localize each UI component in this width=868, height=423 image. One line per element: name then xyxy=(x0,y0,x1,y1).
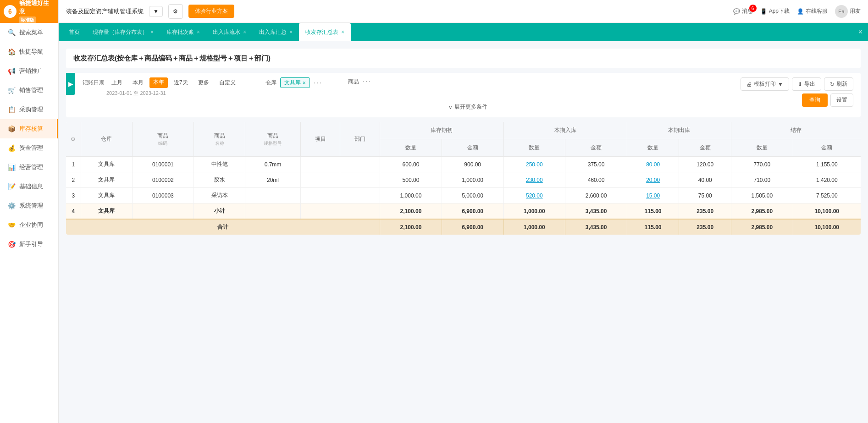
row-no: 1 xyxy=(66,157,81,172)
sidebar-item-operation[interactable]: 📊 经营管理 xyxy=(0,158,58,177)
tab-summary-close[interactable]: × xyxy=(289,29,293,35)
col-in-qty-header: 数量 xyxy=(503,139,565,157)
col-bal-amt-header: 金额 xyxy=(793,139,861,157)
row-out-qty[interactable]: 80.00 xyxy=(627,157,679,172)
settings-button[interactable]: 设置 xyxy=(830,93,853,107)
col-open-qty-header: 数量 xyxy=(380,139,442,157)
sidebar-item-base-info[interactable]: 📝 基础信息 xyxy=(0,177,58,196)
sidebar-item-finance[interactable]: 💰 资金管理 xyxy=(0,138,58,158)
row-in-qty[interactable]: 520.00 xyxy=(503,188,565,203)
col-opening-header: 库存期初 xyxy=(380,122,503,139)
sidebar-item-purchase[interactable]: 📋 采购管理 xyxy=(0,100,58,119)
row-bal-qty: 770.00 xyxy=(731,157,793,172)
tab-summary[interactable]: 出入库汇总 × xyxy=(253,23,299,41)
topbar-settings-button[interactable]: ⚙ xyxy=(168,4,183,19)
col-out-amt-header: 金额 xyxy=(679,139,731,157)
footer-open-amt: 6,900.00 xyxy=(442,219,503,235)
warehouse-tag[interactable]: 文具库 × xyxy=(280,77,310,88)
online-service-button[interactable]: 👤 在线客服 xyxy=(797,7,828,15)
table-row: 4文具库小计2,100.006,900.001,000.003,435.0011… xyxy=(66,203,861,220)
system-select[interactable]: ▼ xyxy=(149,6,163,17)
topbar: 装备及固定资产辅助管理系统 ▼ ⚙ 体验行业方案 💬 消息 6 📱 App下载 … xyxy=(59,0,868,23)
date-btn-more[interactable]: 更多 xyxy=(194,77,213,88)
sidebar-item-search[interactable]: 🔍 搜索菜单 xyxy=(0,23,58,42)
date-btn-last-month[interactable]: 上月 xyxy=(107,77,127,88)
logo-title: 畅捷通好生意 xyxy=(19,0,55,16)
date-btn-7days[interactable]: 近7天 xyxy=(170,77,192,88)
row-in-qty[interactable]: 230.00 xyxy=(503,172,565,188)
query-button[interactable]: 查询 xyxy=(802,93,828,107)
date-btn-this-year[interactable]: 本年 xyxy=(149,77,168,88)
tab-stock-dist[interactable]: 现存量（库存分布表） × xyxy=(86,23,160,41)
row-name: 采访本 xyxy=(194,188,245,203)
tab-batch-close[interactable]: × xyxy=(197,29,200,35)
row-warehouse: 文具库 xyxy=(81,157,132,172)
tab-stock-dist-close[interactable]: × xyxy=(150,29,154,35)
tab-flow-close[interactable]: × xyxy=(243,29,246,35)
row-out-qty[interactable]: 20.00 xyxy=(627,172,679,188)
row-in-qty[interactable]: 250.00 xyxy=(503,157,565,172)
row-project xyxy=(300,203,340,220)
template-print-button[interactable]: 🖨 模板打印 ▼ xyxy=(741,77,789,91)
guide-icon: 🎯 xyxy=(7,241,16,248)
col-in-header: 本期入库 xyxy=(503,122,627,139)
service-icon: 👤 xyxy=(797,8,804,15)
sidebar-item-inventory[interactable]: 📦 库存核算 xyxy=(0,119,58,138)
row-in-amt: 2,600.00 xyxy=(565,188,627,203)
sidebar-item-label: 快捷导航 xyxy=(19,48,43,56)
col-bal-qty-header: 数量 xyxy=(731,139,793,157)
tab-batch[interactable]: 库存批次账 × xyxy=(160,23,206,41)
trial-button[interactable]: 体验行业方案 xyxy=(188,5,234,18)
message-badge: 6 xyxy=(749,5,757,12)
footer-label: 合计 xyxy=(66,219,380,235)
base-info-icon: 📝 xyxy=(7,183,16,190)
table-container: ⚙ 仓库 商品编码 商品名称 商品规格型号 项目 部门 库存期初 本期入库 本期… xyxy=(66,122,861,235)
date-btn-this-month[interactable]: 本月 xyxy=(128,77,148,88)
footer-bal-qty: 2,985.00 xyxy=(731,219,793,235)
sidebar-item-sales[interactable]: 🛒 销售管理 xyxy=(0,81,58,100)
chevron-down-icon: ∨ xyxy=(448,104,453,110)
sidebar-item-marketing[interactable]: 📢 营销推广 xyxy=(0,61,58,81)
tabs-close-all-button[interactable]: × xyxy=(857,26,864,38)
row-spec xyxy=(245,188,301,203)
tab-home[interactable]: 首页 xyxy=(62,23,86,41)
row-no: 4 xyxy=(66,203,81,220)
sidebar-logo: 6 畅捷通好生意 标准版 xyxy=(0,0,58,23)
app-download-button[interactable]: 📱 App下载 xyxy=(760,7,790,15)
user-menu[interactable]: Ea 用友 xyxy=(835,5,861,18)
tab-recv-send[interactable]: 收发存汇总表 × xyxy=(299,23,351,41)
warehouse-filter-dots[interactable]: ··· xyxy=(314,79,322,87)
home-icon: 🏠 xyxy=(7,48,16,55)
system-title: 装备及固定资产辅助管理系统 xyxy=(66,7,144,16)
refresh-button[interactable]: ↻ 刷新 xyxy=(824,77,853,91)
footer-bal-amt: 10,100.00 xyxy=(793,219,861,235)
row-bal-amt: 7,525.00 xyxy=(793,188,861,203)
col-goods-name-header: 商品名称 xyxy=(194,122,245,157)
date-range-text: 2023-01-01 至 2023-12-31 xyxy=(106,90,240,97)
sidebar-item-quick-nav[interactable]: 🏠 快捷导航 xyxy=(0,42,58,61)
page-content: 收发存汇总表(按仓库＋商品编码＋商品＋规格型号＋项目＋部门) ▶ 记账日期 上月… xyxy=(59,41,868,423)
sidebar-item-system[interactable]: ⚙️ 系统管理 xyxy=(0,196,58,215)
sidebar-item-enterprise[interactable]: 🤝 企业协同 xyxy=(0,215,58,235)
tabs-bar: 首页 现存量（库存分布表） × 库存批次账 × 出入库流水 × 出入库汇总 × … xyxy=(59,23,868,41)
col-settings-header[interactable]: ⚙ xyxy=(66,122,81,157)
col-balance-header: 结存 xyxy=(731,122,861,139)
row-bal-qty: 1,505.00 xyxy=(731,188,793,203)
operation-icon: 📊 xyxy=(7,164,16,171)
footer-out-amt: 235.00 xyxy=(679,219,731,235)
filter-toggle-button[interactable]: ▶ xyxy=(66,73,75,95)
warehouse-tag-remove[interactable]: × xyxy=(303,80,306,86)
expand-more-button[interactable]: ∨ 展开更多条件 xyxy=(448,100,487,114)
sidebar-item-guide[interactable]: 🎯 新手引导 xyxy=(0,235,58,254)
tab-recv-send-close[interactable]: × xyxy=(341,29,344,35)
message-button[interactable]: 💬 消息 6 xyxy=(733,7,753,15)
tab-flow[interactable]: 出入库流水 × xyxy=(206,23,253,41)
export-button[interactable]: ⬇ 导出 xyxy=(792,77,821,91)
finance-icon: 💰 xyxy=(7,144,16,152)
date-btn-custom[interactable]: 自定义 xyxy=(215,77,240,88)
footer-in-amt: 3,435.00 xyxy=(565,219,627,235)
row-out-qty[interactable]: 15.00 xyxy=(627,188,679,203)
row-out-amt: 120.00 xyxy=(679,157,731,172)
goods-filter-dots[interactable]: ··· xyxy=(363,77,371,86)
sidebar-item-label: 企业协同 xyxy=(19,221,43,229)
